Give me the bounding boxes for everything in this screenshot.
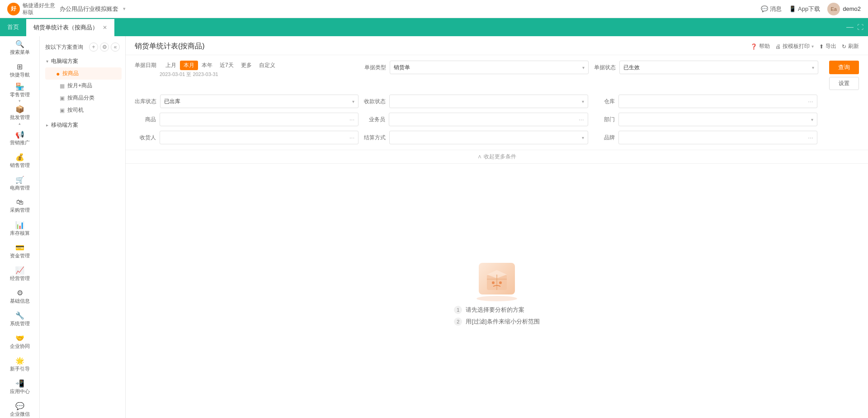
warehouse-out-control[interactable]: 已出库 ▾: [160, 95, 359, 108]
user-profile[interactable]: Ea demo2: [827, 3, 861, 15]
sidebar-system-label: 系统管理: [10, 321, 30, 327]
panel-title: 按以下方案查询: [45, 43, 83, 51]
sidebar-item-newbie[interactable]: 🌟 新手引导: [0, 353, 39, 375]
sidebar-search[interactable]: 🔍 搜索菜单: [0, 36, 39, 59]
payment-control[interactable]: ▾: [389, 131, 588, 144]
sub-child-product-category[interactable]: ▣ 按商品分类: [43, 92, 122, 104]
top-header: 好 畅捷通好生意 标版 办公用品行业模拟账套 ▾ 💬 消息 📱 App下载 Ea…: [0, 0, 868, 18]
collapse-label: ∧ 收起更多条件: [477, 153, 516, 160]
doc-status-control[interactable]: 已生效 ▾: [619, 61, 818, 74]
industry-label[interactable]: 办公用品行业模拟账套: [60, 5, 118, 13]
sub-child-driver[interactable]: ▣ 按司机: [43, 104, 122, 116]
filter-row-1-fields: 单据日期 上月 本月 本年 近7天 更多 自定义: [135, 61, 818, 78]
help-button[interactable]: ❓ 帮助: [750, 43, 770, 50]
goods-dots: ···: [349, 116, 355, 123]
tree-parent-desktop[interactable]: ▾ 电脑端方案: [43, 55, 122, 67]
template-print-button[interactable]: 🖨 按模板打印 ▾: [775, 43, 814, 50]
sales-icon: 💰: [15, 153, 24, 162]
sidebar-item-retail[interactable]: 🏪 零售管理 ▾: [0, 81, 39, 104]
sidebar-item-system[interactable]: 🔧 系统管理: [0, 308, 39, 330]
sidebar-item-wholesale[interactable]: 📦 批发管理 ▴: [0, 104, 39, 127]
warehouse-control[interactable]: ···: [618, 95, 817, 108]
tree-child-by-product[interactable]: ● 按商品: [45, 67, 122, 80]
tree-parent-mobile[interactable]: ▸ 移动端方案: [43, 119, 122, 131]
header-left: 好 畅捷通好生意 标版 办公用品行业模拟账套 ▾: [7, 2, 126, 15]
logo-icon: 好: [7, 3, 20, 15]
content-area: 按以下方案查询 + ⚙ « ▾ 电脑端方案: [40, 36, 868, 418]
panel-add-btn[interactable]: +: [89, 43, 98, 52]
maximize-icon[interactable]: ⛶: [857, 24, 863, 31]
message-label: 消息: [770, 5, 782, 13]
sidebar-item-purchase[interactable]: 🛍 采购管理: [0, 195, 39, 217]
filter-warehouse-out-field: 出库状态 已出库 ▾: [135, 95, 359, 108]
sidebar-item-ecom[interactable]: 🛒 电商管理: [0, 172, 39, 195]
app-download-button[interactable]: 📱 App下载: [789, 5, 820, 13]
department-control[interactable]: ▾: [618, 113, 817, 126]
sidebar-item-basic[interactable]: ⚙ 基础信息: [0, 285, 39, 308]
salesman-control[interactable]: ···: [389, 113, 588, 126]
logo-area: 好 畅捷通好生意 标版: [7, 2, 55, 15]
purchase-icon: 🛍: [16, 198, 24, 206]
corp-icon: 🤝: [15, 334, 24, 342]
sidebar-item-apps[interactable]: 📲 应用中心: [0, 375, 39, 398]
date-tab-7days[interactable]: 近7天: [216, 61, 237, 70]
receiver-control[interactable]: ···: [160, 131, 359, 144]
goods-label: 商品: [135, 116, 160, 124]
tab-home[interactable]: 首页: [0, 18, 26, 36]
receipt-status-control[interactable]: ▾: [389, 95, 588, 108]
message-button[interactable]: 💬 消息: [761, 5, 782, 13]
product-category-icon: ▣: [60, 95, 65, 101]
brand-dots: ···: [808, 134, 813, 141]
warehouse-label: 仓库: [594, 98, 618, 105]
payment-label: 结算方式: [364, 134, 389, 142]
sidebar-item-wechat[interactable]: 💬 企业微信: [0, 398, 39, 418]
date-tab-last-month[interactable]: 上月: [162, 61, 180, 70]
panel-settings-btn[interactable]: ⚙: [100, 43, 109, 52]
sidebar-wholesale-label: 批发管理: [10, 114, 30, 120]
panel-collapse-btn[interactable]: «: [111, 43, 120, 52]
sidebar-item-stock[interactable]: 📊 库存核算: [0, 217, 39, 240]
print-dropdown-arrow: ▾: [811, 44, 814, 49]
date-tab-this-month[interactable]: 本月: [180, 61, 198, 70]
empty-hint-2: 2 用[过滤]条件来缩小分析范围: [454, 318, 539, 326]
date-tab-this-year[interactable]: 本年: [198, 61, 216, 70]
minimize-icon[interactable]: —: [846, 23, 854, 31]
sub-child-month-product[interactable]: ▦ 按月+商品: [43, 80, 122, 92]
date-range-row: 2023-03-01 至 2023-03-31: [135, 71, 359, 78]
refresh-button[interactable]: ↻ 刷新: [842, 43, 859, 50]
svg-point-4: [492, 281, 495, 284]
sidebar-item-marketing[interactable]: 📢 营销推广: [0, 127, 39, 149]
date-tab-more[interactable]: 更多: [237, 61, 255, 70]
sidebar-quick-nav-label: 快捷导航: [10, 72, 30, 78]
by-product-icon: ●: [56, 70, 60, 77]
query-button[interactable]: 查询: [829, 61, 859, 74]
filter-goods-field: 商品 ···: [135, 113, 359, 126]
doc-type-control[interactable]: 销货单 ▾: [390, 61, 589, 74]
filter-warehouse-field: 仓库 ···: [594, 95, 817, 108]
warehouse-dots: ···: [808, 98, 813, 105]
sidebar-item-sales[interactable]: 💰 销售管理: [0, 149, 39, 172]
date-tab-custom[interactable]: 自定义: [255, 61, 279, 70]
sidebar-quick-nav[interactable]: ⊞ 快捷导航: [0, 59, 39, 81]
empty-icon-box: [479, 263, 515, 294]
tab-close-button[interactable]: ✕: [103, 24, 107, 31]
tree-arrow-desktop: ▾: [46, 59, 48, 64]
avatar: Ea: [827, 3, 840, 15]
filter-settings-button[interactable]: 设置: [829, 77, 859, 90]
sidebar-item-corp[interactable]: 🤝 企业协同: [0, 330, 39, 353]
brand-control[interactable]: ···: [618, 131, 817, 144]
sidebar-item-finance[interactable]: 💳 资金管理: [0, 240, 39, 262]
goods-control[interactable]: ···: [160, 113, 359, 126]
filter-brand-field: 品牌 ···: [594, 131, 817, 144]
industry-dropdown-arrow[interactable]: ▾: [123, 6, 126, 12]
tree-mobile-label: 移动端方案: [51, 121, 78, 129]
collapse-bar[interactable]: ∧ 收起更多条件: [126, 150, 868, 164]
driver-icon: ▣: [60, 107, 65, 114]
doc-status-value: 已生效: [623, 64, 640, 71]
retail-icon: 🏪: [15, 82, 24, 91]
sidebar-item-ops[interactable]: 📈 经营管理: [0, 262, 39, 285]
export-button[interactable]: ⬆ 导出: [819, 43, 836, 50]
message-icon: 💬: [761, 5, 768, 12]
tab-sales-stat[interactable]: 销货单统计表（按商品） ✕: [26, 18, 114, 36]
panel-actions: + ⚙ «: [89, 43, 120, 52]
